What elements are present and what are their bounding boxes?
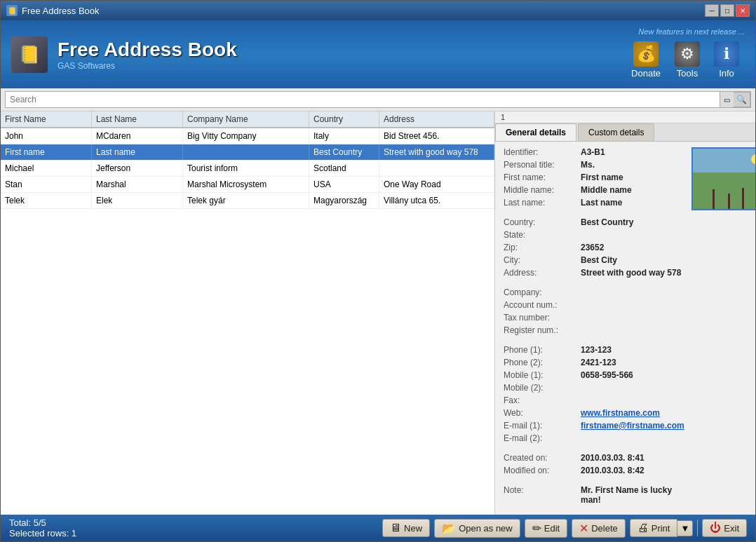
table-row[interactable]: First nameLast nameBest CountryStreet wi… (1, 144, 494, 161)
cell-country: Scotland (309, 161, 379, 176)
table-row[interactable]: MichaelJeffersonTourist informScotland (1, 161, 494, 177)
state-label: State: (504, 230, 581, 240)
donate-label: Donate (631, 68, 661, 79)
identifier-label: Identifier: (504, 147, 581, 157)
created-label: Created on: (504, 453, 581, 463)
open-as-new-label: Open as new (459, 523, 513, 534)
phone2-value: 2421-123 (581, 358, 616, 367)
tools-icon: ⚙ (675, 41, 700, 67)
status-actions: 🖥 New 📂 Open as new ✏ Edit ✕ Delete 🖨 Pr… (382, 519, 747, 538)
first-name-value: First name (581, 172, 623, 182)
info-button[interactable]: ℹ Info (708, 39, 745, 81)
last-name-label: Last name: (504, 198, 581, 208)
contact-photo[interactable] (691, 147, 755, 210)
cell-first: Michael (1, 161, 92, 176)
index-label: 1 (495, 111, 755, 123)
first-name-row: First name: First name (504, 172, 684, 182)
table-row[interactable]: StanMarshalMarshal MicrosystemUSAOne Way… (1, 177, 494, 193)
cell-country: Magyarország (309, 193, 379, 208)
open-as-new-button[interactable]: 📂 Open as new (434, 519, 520, 538)
note-row: Note: Mr. First Name is lucky man! (504, 485, 684, 505)
new-button[interactable]: 🖥 New (382, 519, 430, 537)
contact-list: First Name Last Name Company Name Countr… (1, 111, 495, 515)
personal-title-row: Personal title: Ms. (504, 160, 684, 170)
mobile1-row: Mobile (1): 0658-595-566 (504, 370, 684, 380)
maximize-button[interactable]: □ (720, 4, 734, 17)
search-input[interactable] (6, 92, 720, 107)
search-clear-button[interactable]: ▭ (720, 92, 734, 107)
fax-label: Fax: (504, 395, 581, 405)
fax-row: Fax: (504, 395, 684, 405)
cell-last: MCdaren (92, 128, 183, 144)
title-bar: 📒 Free Address Book ─ □ ✕ (1, 1, 755, 20)
web-value[interactable]: www.firstname.com (581, 408, 660, 418)
table-row[interactable]: JohnMCdarenBig Vitty CompanyItalyBid Str… (1, 128, 494, 144)
open-as-new-icon: 📂 (442, 522, 456, 535)
selected-rows: Selected rows: 1 (9, 528, 382, 538)
print-icon: 🖨 (637, 522, 649, 534)
note-label: Note: (504, 485, 581, 495)
minimize-button[interactable]: ─ (705, 4, 719, 17)
address-row: Address: Street with good way 578 (504, 268, 684, 278)
col-country[interactable]: Country (309, 111, 379, 127)
photo-post2 (728, 194, 730, 209)
main-content: First Name Last Name Company Name Countr… (1, 111, 755, 515)
detail-panel: 1 General details Custom details Identif… (495, 111, 755, 515)
status-bar: Total: 5/5 Selected rows: 1 🖥 New 📂 Open… (1, 515, 755, 541)
middle-name-row: Middle name: Middle name (504, 185, 684, 195)
email1-label: E-mail (1): (504, 421, 581, 431)
email1-value[interactable]: firstname@firstname.com (581, 421, 684, 431)
edit-label: Edit (544, 523, 560, 534)
col-company[interactable]: Company Name (183, 111, 309, 127)
mobile2-label: Mobile (2): (504, 383, 581, 393)
status-text: Total: 5/5 Selected rows: 1 (9, 517, 382, 538)
mobile2-row: Mobile (2): (504, 383, 684, 393)
donate-button[interactable]: 💰 Donate (626, 39, 666, 81)
print-button[interactable]: 🖨 Print (630, 519, 678, 537)
country-label: Country: (504, 217, 581, 227)
info-label: Info (719, 68, 734, 79)
cell-first: Telek (1, 193, 92, 208)
mobile1-value: 0658-595-566 (581, 370, 633, 380)
tools-button[interactable]: ⚙ Tools (669, 39, 706, 81)
modified-row: Modified on: 2010.03.03. 8:42 (504, 466, 684, 475)
exit-button[interactable]: ⏻ Exit (702, 519, 747, 537)
delete-label: Delete (591, 523, 618, 534)
app-icon: 📒 (6, 5, 18, 16)
print-label: Print (652, 523, 670, 534)
phone1-row: Phone (1): 123-123 (504, 345, 684, 355)
country-row: Country: Best Country (504, 217, 684, 227)
detail-fields: Identifier: A3-B1 Personal title: Ms. Fi… (504, 147, 684, 509)
delete-button[interactable]: ✕ Delete (572, 519, 626, 538)
tab-custom-details[interactable]: Custom details (578, 123, 654, 141)
col-last-name[interactable]: Last Name (92, 111, 183, 127)
tab-bar: General details Custom details (495, 123, 755, 142)
photo-scene (693, 149, 755, 209)
cell-company: Telek gyár (183, 193, 309, 208)
close-button[interactable]: ✕ (736, 4, 750, 17)
col-first-name[interactable]: First Name (1, 111, 92, 127)
cell-company: Big Vitty Company (183, 128, 309, 144)
tab-general-details[interactable]: General details (495, 123, 576, 141)
account-label: Account num.: (504, 300, 581, 310)
cell-address: One Way Road (379, 177, 494, 192)
table-row[interactable]: TelekElekTelek gyárMagyarországVillány u… (1, 193, 494, 209)
cell-first: John (1, 128, 92, 144)
modified-value: 2010.03.03. 8:42 (581, 466, 644, 475)
phone1-value: 123-123 (581, 345, 612, 355)
donate-icon: 💰 (633, 41, 659, 67)
zip-label: Zip: (504, 243, 581, 252)
cell-country: Best Country (309, 144, 379, 160)
search-button[interactable]: 🔍 (734, 92, 750, 107)
edit-button[interactable]: ✏ Edit (525, 519, 567, 538)
middle-name-value: Middle name (581, 185, 632, 195)
address-value: Street with good way 578 (581, 268, 681, 278)
app-header: 📒 Free Address Book GAS Softwares New fe… (1, 20, 755, 88)
print-dropdown-button[interactable]: ▼ (677, 520, 693, 536)
new-icon: 🖥 (390, 522, 401, 534)
col-address[interactable]: Address (379, 111, 494, 127)
cell-country: USA (309, 177, 379, 192)
exit-icon: ⏻ (710, 522, 721, 534)
print-group: 🖨 Print ▼ (630, 519, 694, 537)
register-row: Register num.: (504, 325, 684, 335)
